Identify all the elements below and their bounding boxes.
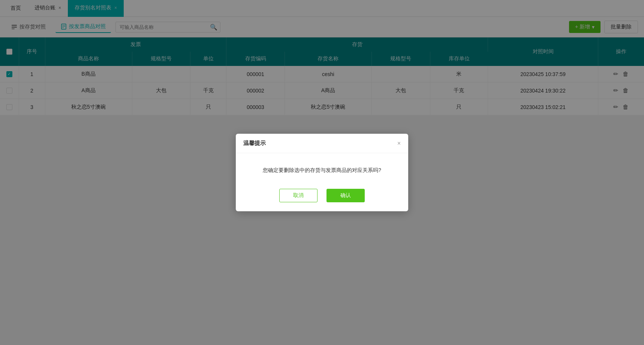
confirm-dialog: 温馨提示 × 您确定要删除选中的存货与发票商品的对应关系吗? 取消 确认: [236, 134, 408, 211]
dialog-message: 您确定要删除选中的存货与发票商品的对应关系吗?: [263, 167, 381, 173]
dialog-title: 温馨提示: [243, 140, 266, 147]
dialog-confirm-button[interactable]: 确认: [326, 189, 365, 202]
dialog-close-button[interactable]: ×: [397, 140, 401, 147]
dialog-header: 温馨提示 ×: [236, 134, 408, 153]
dialog-cancel-button[interactable]: 取消: [279, 189, 318, 202]
dialog-body: 您确定要删除选中的存货与发票商品的对应关系吗?: [236, 153, 408, 185]
dialog-footer: 取消 确认: [236, 185, 408, 211]
confirm-overlay: 温馨提示 × 您确定要删除选中的存货与发票商品的对应关系吗? 取消 确认: [0, 0, 644, 345]
